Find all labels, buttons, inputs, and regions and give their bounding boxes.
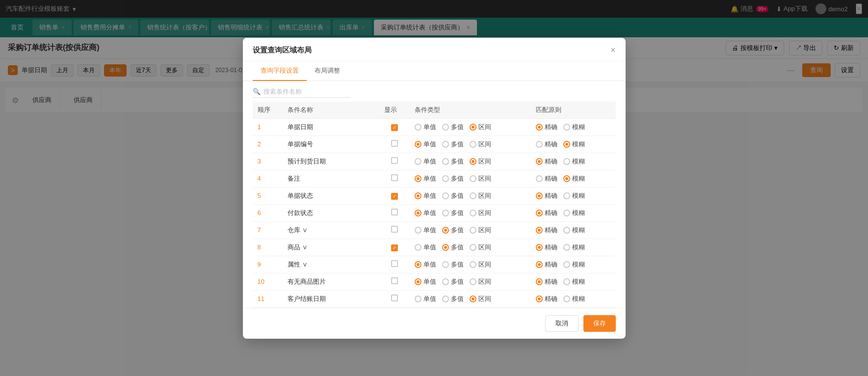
match-opt-9-0[interactable]: 精确 bbox=[536, 277, 557, 286]
display-checkbox-10[interactable] bbox=[391, 295, 398, 301]
display-checkbox-9[interactable] bbox=[391, 277, 398, 284]
match-opt-6-1[interactable]: 模糊 bbox=[563, 226, 585, 235]
type-opt-9-2[interactable]: 区间 bbox=[470, 277, 491, 286]
type-opt-9-0[interactable]: 单值 bbox=[415, 277, 436, 286]
type-opt-1-1[interactable]: 多值 bbox=[442, 140, 464, 149]
row-display-0[interactable] bbox=[379, 118, 410, 135]
dialog-tab-layout[interactable]: 布局调整 bbox=[307, 61, 348, 81]
display-checkbox-4[interactable] bbox=[391, 193, 398, 200]
row-display-5[interactable] bbox=[379, 204, 410, 221]
type-opt-4-1[interactable]: 多值 bbox=[442, 191, 464, 200]
match-opt-5-1[interactable]: 模糊 bbox=[563, 209, 585, 217]
type-opt-10-1[interactable]: 多值 bbox=[442, 295, 464, 303]
type-opt-0-2[interactable]: 区间 bbox=[470, 123, 491, 132]
match-opt-3-1[interactable]: 模糊 bbox=[563, 174, 585, 183]
type-opt-0-1[interactable]: 多值 bbox=[442, 123, 464, 132]
display-checkbox-8[interactable] bbox=[391, 260, 398, 267]
radio-circle-type-9-2 bbox=[470, 278, 476, 285]
row-match-5: 精确模糊 bbox=[531, 204, 616, 221]
display-checkbox-7[interactable] bbox=[391, 244, 398, 251]
type-opt-1-0[interactable]: 单值 bbox=[415, 140, 436, 149]
radio-circle-type-4-2 bbox=[470, 192, 476, 199]
save-btn[interactable]: 保存 bbox=[583, 315, 616, 332]
col-match-header: 匹配原则 bbox=[531, 102, 616, 119]
match-opt-0-1[interactable]: 模糊 bbox=[563, 123, 585, 132]
type-opt-5-2[interactable]: 区间 bbox=[470, 209, 491, 217]
match-opt-10-0[interactable]: 精确 bbox=[536, 295, 557, 303]
type-opt-6-2[interactable]: 区间 bbox=[470, 226, 491, 235]
radio-circle-type-3-2 bbox=[470, 175, 476, 182]
row-type-9: 单值多值区间 bbox=[410, 273, 531, 290]
match-opt-4-1[interactable]: 模糊 bbox=[563, 191, 585, 200]
display-checkbox-1[interactable] bbox=[391, 140, 398, 147]
type-opt-2-2[interactable]: 区间 bbox=[470, 157, 491, 166]
row-display-10[interactable] bbox=[379, 290, 410, 307]
match-opt-3-0[interactable]: 精确 bbox=[536, 174, 557, 183]
display-checkbox-0[interactable] bbox=[391, 124, 398, 131]
table-row: 1单据日期单值多值区间精确模糊 bbox=[253, 118, 616, 135]
type-opt-10-2[interactable]: 区间 bbox=[470, 295, 491, 303]
type-opt-10-0[interactable]: 单值 bbox=[415, 295, 436, 303]
radio-circle-type-1-0 bbox=[415, 141, 421, 148]
type-opt-8-2[interactable]: 区间 bbox=[470, 260, 491, 269]
type-opt-7-0[interactable]: 单值 bbox=[415, 243, 436, 252]
type-opt-9-1[interactable]: 多值 bbox=[442, 277, 464, 286]
display-checkbox-2[interactable] bbox=[391, 157, 398, 164]
row-display-9[interactable] bbox=[379, 273, 410, 290]
radio-circle-match-10-1 bbox=[563, 295, 570, 302]
radio-circle-type-10-1 bbox=[442, 295, 449, 302]
dialog-close-btn[interactable]: × bbox=[610, 46, 616, 54]
type-opt-5-0[interactable]: 单值 bbox=[415, 209, 436, 217]
match-opt-2-0[interactable]: 精确 bbox=[536, 157, 557, 166]
row-match-9: 精确模糊 bbox=[531, 273, 616, 290]
row-display-3[interactable] bbox=[379, 170, 410, 187]
row-display-7[interactable] bbox=[379, 239, 410, 256]
match-opt-8-0[interactable]: 精确 bbox=[536, 260, 557, 269]
type-opt-6-0[interactable]: 单值 bbox=[415, 226, 436, 235]
row-display-6[interactable] bbox=[379, 221, 410, 239]
display-checkbox-3[interactable] bbox=[391, 174, 398, 181]
match-opt-1-0[interactable]: 精确 bbox=[536, 140, 557, 149]
type-opt-2-0[interactable]: 单值 bbox=[415, 157, 436, 166]
match-opt-7-0[interactable]: 精确 bbox=[536, 243, 557, 252]
type-opt-1-2[interactable]: 区间 bbox=[470, 140, 491, 149]
dialog-tab-fields[interactable]: 查询字段设置 bbox=[253, 61, 307, 81]
type-opt-8-1[interactable]: 多值 bbox=[442, 260, 464, 269]
match-opt-10-1[interactable]: 模糊 bbox=[563, 295, 585, 303]
match-opt-8-1[interactable]: 模糊 bbox=[563, 260, 585, 269]
radio-circle-type-10-2 bbox=[470, 295, 476, 302]
type-opt-3-0[interactable]: 单值 bbox=[415, 174, 436, 183]
row-display-8[interactable] bbox=[379, 256, 410, 273]
row-display-1[interactable] bbox=[379, 135, 410, 153]
display-checkbox-6[interactable] bbox=[391, 226, 398, 233]
type-opt-3-2[interactable]: 区间 bbox=[470, 174, 491, 183]
cancel-btn[interactable]: 取消 bbox=[545, 315, 579, 332]
type-opt-5-1[interactable]: 多值 bbox=[442, 209, 464, 217]
row-display-2[interactable] bbox=[379, 153, 410, 170]
type-opt-7-1[interactable]: 多值 bbox=[442, 243, 464, 252]
match-opt-7-1[interactable]: 模糊 bbox=[563, 243, 585, 252]
match-opt-2-1[interactable]: 模糊 bbox=[563, 157, 585, 166]
search-input[interactable] bbox=[263, 88, 342, 95]
match-opt-6-0[interactable]: 精确 bbox=[536, 226, 557, 235]
type-opt-0-0[interactable]: 单值 bbox=[415, 123, 436, 132]
type-opt-7-2[interactable]: 区间 bbox=[470, 243, 491, 252]
type-opt-3-1[interactable]: 多值 bbox=[442, 174, 464, 183]
type-opt-6-1[interactable]: 多值 bbox=[442, 226, 464, 235]
match-opt-1-1[interactable]: 模糊 bbox=[563, 140, 585, 149]
type-opt-4-2[interactable]: 区间 bbox=[470, 191, 491, 200]
radio-circle-type-2-0 bbox=[415, 158, 421, 165]
radio-circle-type-6-2 bbox=[470, 227, 476, 234]
display-checkbox-5[interactable] bbox=[391, 209, 398, 215]
row-display-4[interactable] bbox=[379, 187, 410, 204]
match-opt-9-1[interactable]: 模糊 bbox=[563, 277, 585, 286]
match-opt-4-0[interactable]: 精确 bbox=[536, 191, 557, 200]
type-opt-8-0[interactable]: 单值 bbox=[415, 260, 436, 269]
table-row: 8商品 ∨单值多值区间精确模糊 bbox=[253, 239, 616, 256]
type-opt-2-1[interactable]: 多值 bbox=[442, 157, 464, 166]
match-opt-5-0[interactable]: 精确 bbox=[536, 209, 557, 217]
radio-circle-type-7-0 bbox=[415, 244, 421, 251]
match-opt-0-0[interactable]: 精确 bbox=[536, 123, 557, 132]
col-display-header: 显示 bbox=[379, 102, 410, 119]
type-opt-4-0[interactable]: 单值 bbox=[415, 191, 436, 200]
